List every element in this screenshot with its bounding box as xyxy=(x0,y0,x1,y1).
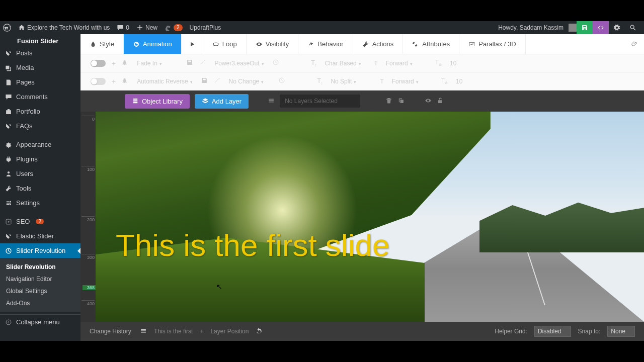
collapse-menu[interactable]: Collapse menu xyxy=(0,314,80,329)
updraft-link[interactable]: UpdraftPlus xyxy=(190,24,221,31)
sidebar-item-plugins[interactable]: Plugins xyxy=(0,152,80,166)
tab-play[interactable] xyxy=(182,34,203,54)
tab-loop[interactable]: Loop xyxy=(203,34,247,54)
transition-select[interactable]: Fade In xyxy=(135,60,180,67)
settings-icon[interactable] xyxy=(609,21,625,34)
run-icon xyxy=(122,59,129,67)
attachment-icon[interactable] xyxy=(625,40,644,49)
anim-in-row: + Fade In Power3.easeOut T↕ Char Based T… xyxy=(80,54,644,72)
easing-select[interactable]: Power3.easeOut xyxy=(212,60,266,67)
svg-point-2 xyxy=(8,171,10,173)
direction-select[interactable]: Forward xyxy=(390,78,435,85)
sidebar-item-comments[interactable]: Comments xyxy=(0,89,80,104)
sidebar-item-portfolio[interactable]: Portfolio xyxy=(0,104,80,119)
history-label: Change History: xyxy=(90,328,133,335)
tab-actions[interactable]: Actions xyxy=(353,34,404,54)
tab-visibility[interactable]: Visibility xyxy=(247,34,299,54)
save-button[interactable] xyxy=(577,21,593,34)
sidebar-item-pages[interactable]: Pages xyxy=(0,75,80,89)
submenu-naveditor[interactable]: Navigation Editor xyxy=(0,273,80,285)
layer-selector[interactable]: No Layers Selected xyxy=(280,95,360,108)
new-link[interactable]: New xyxy=(136,24,157,31)
svg-point-8 xyxy=(6,320,11,325)
site-link[interactable]: Explore the Tech World with us xyxy=(18,24,110,31)
search-icon[interactable] xyxy=(625,21,641,34)
sidebar-item-settings[interactable]: Settings xyxy=(0,196,80,210)
avatar xyxy=(569,24,577,32)
sidebar-item-media[interactable]: Media xyxy=(0,60,80,75)
anim-in-toggle[interactable] xyxy=(91,60,106,67)
tab-animation[interactable]: Animation xyxy=(124,34,182,54)
snapto-select[interactable]: None xyxy=(607,326,635,337)
delete-icon[interactable] xyxy=(385,97,392,106)
editor-statusbar: Change History: This is the first + Laye… xyxy=(80,322,644,341)
wp-logo-icon[interactable] xyxy=(3,24,11,32)
sidebar-item-tools[interactable]: Tools xyxy=(0,181,80,196)
delay-value[interactable]: 10 xyxy=(448,60,493,67)
save-icon[interactable] xyxy=(201,77,208,85)
wp-admin-bar: Explore the Tech World with us 0 New 2 U… xyxy=(0,21,644,34)
anim-out-row: + Automatic Reverse No Change T↕ No Spli… xyxy=(80,72,644,90)
history-list-icon[interactable] xyxy=(140,327,147,336)
sidebar-item-users[interactable]: Users xyxy=(0,166,80,181)
slide-background xyxy=(96,112,644,322)
helpergrid-select[interactable]: Disabled xyxy=(534,326,571,337)
cursor-icon: ↖ xyxy=(216,283,222,291)
delay-value[interactable]: 10 xyxy=(454,78,499,85)
save-icon[interactable] xyxy=(186,59,193,67)
sidebar-submenu: Slider Revolution Navigation Editor Glob… xyxy=(0,258,80,312)
submenu-globalsettings[interactable]: Global Settings xyxy=(0,285,80,297)
delay-icon: T⊘ xyxy=(435,59,442,67)
text-dir-icon: T xyxy=(374,60,377,67)
svg-point-1 xyxy=(630,25,634,29)
menu-icon[interactable] xyxy=(268,97,275,106)
svg-text:Y: Y xyxy=(8,220,10,223)
svg-rect-9 xyxy=(213,43,218,46)
ruler-marker: 368 xyxy=(83,285,96,290)
tab-parallax[interactable]: Parallax / 3D xyxy=(459,34,525,54)
submenu-addons[interactable]: Add-Ons xyxy=(0,297,80,309)
slide-preview[interactable]: This is the first slide ↖ xyxy=(96,112,644,322)
code-button[interactable] xyxy=(593,21,609,34)
split-select[interactable]: Char Based xyxy=(323,60,368,67)
undo-icon[interactable] xyxy=(256,327,263,336)
comments-link[interactable]: 0 xyxy=(117,24,129,31)
slide-canvas: 0 100 200 300 368 400 xyxy=(80,112,644,322)
sidebar-item-seo[interactable]: YSEO2 xyxy=(0,214,80,229)
add-position-icon[interactable]: + xyxy=(200,328,203,335)
admin-sidebar: Fusion Slider Posts Media Pages Comments… xyxy=(0,34,80,341)
history-item[interactable]: This is the first xyxy=(154,328,193,335)
layer-position[interactable]: Layer Position xyxy=(210,328,249,335)
sidebar-item-posts[interactable]: Posts xyxy=(0,46,80,60)
anim-out-toggle[interactable] xyxy=(91,78,106,85)
vertical-ruler: 0 100 200 300 368 400 xyxy=(80,112,96,322)
easing-select[interactable]: No Change xyxy=(227,78,272,85)
submenu-revslider[interactable]: Slider Revolution xyxy=(0,261,80,273)
tab-attributes[interactable]: Attributes xyxy=(403,34,459,54)
sidebar-item-appearance[interactable]: Appearance xyxy=(0,137,80,152)
layer-tabs: Style Animation Loop Visibility Behavior… xyxy=(80,34,644,54)
sidebar-item-fusion[interactable]: Fusion Slider xyxy=(0,34,80,46)
slide-text-layer[interactable]: This is the first slide xyxy=(116,227,389,263)
add-icon[interactable]: + xyxy=(112,77,116,85)
duplicate-icon[interactable] xyxy=(397,97,405,106)
transition-select[interactable]: Automatic Reverse xyxy=(135,78,194,85)
snapto-label: Snap to: xyxy=(578,328,601,335)
direction-select[interactable]: Forward xyxy=(384,60,429,67)
split-select[interactable]: No Split xyxy=(329,78,374,85)
tab-behavior[interactable]: Behavior xyxy=(298,34,353,54)
tab-style[interactable]: Style xyxy=(80,34,124,54)
add-icon[interactable]: + xyxy=(112,59,116,67)
delay-icon: T⊘ xyxy=(441,77,448,85)
visibility-icon[interactable] xyxy=(425,97,432,106)
updates-link[interactable]: 2 xyxy=(165,24,183,31)
ease-icon xyxy=(199,59,206,67)
sidebar-item-elastic[interactable]: Elastic Slider xyxy=(0,229,80,243)
clock-icon xyxy=(278,77,285,85)
sidebar-item-faqs[interactable]: FAQs xyxy=(0,119,80,133)
object-library-button[interactable]: Object Library xyxy=(125,94,190,109)
howdy-account[interactable]: Howdy, Saddam Kassim xyxy=(498,24,577,32)
lock-icon[interactable] xyxy=(437,97,444,106)
add-layer-button[interactable]: Add Layer xyxy=(195,94,249,109)
sidebar-item-revslider[interactable]: Slider Revolution xyxy=(0,243,80,258)
